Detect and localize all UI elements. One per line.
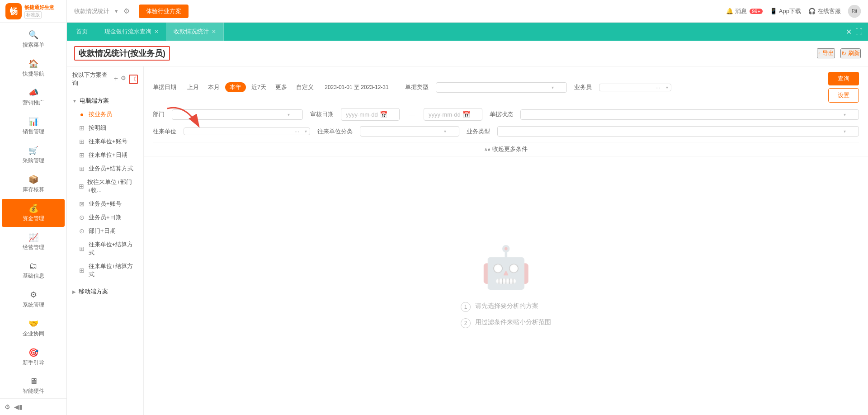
scheme-item-unit-account[interactable]: ⊞ 往来单位+账号 <box>67 135 143 148</box>
review-date-end-input[interactable]: yyyy-mm-dd 📅 <box>424 108 482 121</box>
doc-status-select[interactable]: ▾ <box>520 109 859 120</box>
refresh-icon: ↻ <box>841 50 846 57</box>
scheme-item-dept-date[interactable]: ⊙ 部门+日期 <box>67 224 143 238</box>
sidebar-item-operations[interactable]: 📈 经营管理 <box>2 228 65 256</box>
sidebar-item-purchase[interactable]: 🛒 采购管理 <box>2 141 65 169</box>
scheme-item-staff-account[interactable]: ⊠ 业务员+账号 <box>67 197 143 211</box>
sidebar-item-label: 基础信息 <box>23 272 44 280</box>
review-date-start-input[interactable]: yyyy-mm-dd 📅 <box>341 108 400 121</box>
query-button[interactable]: 查询 <box>828 72 859 85</box>
dept-select[interactable]: ▾ <box>172 109 303 120</box>
date-tab-this-month[interactable]: 本月 <box>204 82 223 92</box>
scheme-group-mobile-title[interactable]: ▶ 移动端方案 <box>67 285 143 298</box>
tab-collection-stats[interactable]: 收款情况统计 ✕ <box>166 23 224 41</box>
user-avatar[interactable]: Rit <box>848 5 861 18</box>
biz-type-label: 业务类型 <box>467 127 490 136</box>
tab-bank-flow-close[interactable]: ✕ <box>154 28 159 35</box>
doc-type-caret: ▾ <box>552 85 554 90</box>
sidebar-item-search[interactable]: 🔍 搜索菜单 <box>2 25 65 53</box>
sidebar-item-label: 新手引导 <box>23 359 44 367</box>
sidebar-item-sales[interactable]: 📊 销售管理 <box>2 112 65 140</box>
logo-name: 畅捷通好生意 <box>24 4 54 11</box>
counterpart-cat-select[interactable]: ▾ <box>360 126 459 137</box>
staff-select[interactable]: ··· ▾ <box>599 84 671 91</box>
sidebar-item-quick-nav[interactable]: 🏠 快捷导航 <box>2 54 65 82</box>
scheme-item-staff-settle[interactable]: ⊞ 业务员+结算方式 <box>67 162 143 175</box>
sidebar-settings-icon[interactable]: ⚙ <box>5 403 10 410</box>
sidebar-item-basic[interactable]: 🗂 基础信息 <box>2 257 65 284</box>
doc-type-select[interactable]: ▾ <box>436 82 567 93</box>
sidebar-item-label: 采购管理 <box>23 157 44 165</box>
page-header: 收款情况统计(按业务员) ↑ 导出 ↻ 刷新 <box>67 41 868 66</box>
counterpart-more-icon[interactable]: ··· <box>292 128 302 135</box>
tab-home[interactable]: 首页 <box>67 23 97 41</box>
date-tabs: 上月 本月 本年 近7天 更多 自定义 <box>184 82 317 92</box>
scheme-collapse-icon[interactable]: 《 <box>129 75 138 84</box>
doc-status-caret: ▾ <box>844 112 846 117</box>
collapse-btn[interactable]: ∧∧ 收起更多条件 <box>153 142 859 156</box>
export-button[interactable]: ↑ 导出 <box>817 48 835 58</box>
inventory-icon: 📦 <box>28 174 38 184</box>
staff-caret-icon: ▾ <box>663 85 671 90</box>
sidebar-item-label: 系统管理 <box>23 301 44 309</box>
main-area: 收款情况统计 ▾ ⚙ 体验行业方案 🔔 消息 99+ 📱 App下载 🎧 在线客… <box>67 0 868 415</box>
sidebar-item-marketing[interactable]: 📣 营销推广 <box>2 83 65 111</box>
sidebar-item-label: 快捷导航 <box>23 70 44 78</box>
scheme-item-unit-settle1[interactable]: ⊞ 往来单位+结算方式 <box>67 238 143 259</box>
chevron-up-icon: ∧∧ <box>484 147 491 152</box>
page-title: 收款情况统计(按业务员) <box>74 46 170 61</box>
scheme-item-unit-settle2[interactable]: ⊞ 往来单位+结算方式 <box>67 259 143 281</box>
trial-button[interactable]: 体验行业方案 <box>139 5 189 18</box>
message-btn[interactable]: 🔔 消息 99+ <box>726 7 763 15</box>
scheme-item-by-staff[interactable]: ● 按业务员 <box>67 108 143 121</box>
date-tab-last-month[interactable]: 上月 <box>184 82 203 92</box>
scheme-group-desktop-title[interactable]: ▼ 电脑端方案 <box>67 94 143 108</box>
scheme-item-unit-date[interactable]: ⊞ 往来单位+日期 <box>67 148 143 162</box>
refresh-button[interactable]: ↻ 刷新 <box>840 48 861 58</box>
staff-more-icon[interactable]: ··· <box>653 84 663 91</box>
date-tab-more[interactable]: 更多 <box>272 82 291 92</box>
review-date-label: 审核日期 <box>310 110 334 118</box>
grid-icon-3: ⊞ <box>78 151 86 159</box>
clock-icon-2: ⊙ <box>78 227 86 235</box>
sidebar-item-system[interactable]: ⚙ 系统管理 <box>2 285 65 313</box>
sidebar-item-hardware[interactable]: 🖥 智能硬件 <box>2 372 65 398</box>
date-filter-label: 单据日期 <box>153 83 176 91</box>
staff-label: 业务员 <box>574 83 592 91</box>
date-tab-last7[interactable]: 近7天 <box>248 82 270 92</box>
sidebar-item-enterprise[interactable]: 🤝 企业协同 <box>2 314 65 342</box>
app-download-label: App下载 <box>779 7 801 15</box>
export-icon: ↑ <box>818 50 821 57</box>
scheme-settings-icon[interactable]: ⚙ <box>121 75 126 84</box>
scheme-item-unit-dept[interactable]: ⊞ 按往来单位+部门+收... <box>67 175 143 197</box>
filter-actions: 查询 设置 <box>828 72 859 103</box>
sidebar-item-label: 搜索菜单 <box>23 41 44 49</box>
topbar-dropdown-icon[interactable]: ▾ <box>115 8 118 14</box>
page-header-actions: ↑ 导出 ↻ 刷新 <box>817 48 861 58</box>
empty-step-1: 1 请先选择要分析的方案 <box>461 302 551 312</box>
biz-type-select[interactable]: ▾ <box>497 126 859 137</box>
tab-collection-stats-close[interactable]: ✕ <box>212 28 216 35</box>
scheme-add-icon[interactable]: + <box>114 75 118 84</box>
scheme-item-by-detail[interactable]: ⊞ 按明细 <box>67 121 143 135</box>
clock-icon: ⊙ <box>78 214 86 221</box>
sidebar-item-guide[interactable]: 🎯 新手引导 <box>2 343 65 371</box>
doc-type-controls: ▾ <box>552 85 554 90</box>
online-service-btn[interactable]: 🎧 在线客服 <box>808 7 841 15</box>
date-tab-this-year[interactable]: 本年 <box>225 82 246 92</box>
dept-label: 部门 <box>153 110 165 118</box>
topbar-settings-icon[interactable]: ⚙ <box>123 7 130 15</box>
app-download-btn[interactable]: 📱 App下载 <box>770 7 801 15</box>
tab-maximize-icon[interactable]: ⛶ <box>855 28 863 36</box>
tab-close-all-icon[interactable]: ✕ <box>846 28 852 36</box>
counterpart-select[interactable]: ··· ▾ <box>184 127 310 135</box>
sidebar-item-finance[interactable]: 💰 资金管理 <box>2 199 65 227</box>
sidebar-item-inventory[interactable]: 📦 库存核算 <box>2 170 65 198</box>
bar-icon: ⊞ <box>78 165 86 172</box>
sidebar-collapse-icon[interactable]: ◀▮ <box>14 403 23 410</box>
tab-bank-flow-label: 现金银行流水查询 <box>104 28 151 36</box>
date-tab-custom[interactable]: 自定义 <box>292 82 317 92</box>
scheme-item-staff-date[interactable]: ⊙ 业务员+日期 <box>67 211 143 224</box>
settings-button[interactable]: 设置 <box>828 88 859 103</box>
tab-bank-flow[interactable]: 现金银行流水查询 ✕ <box>97 23 166 41</box>
